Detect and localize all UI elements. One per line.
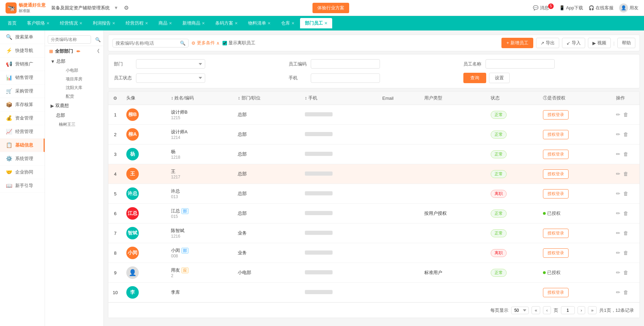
trial-btn[interactable]: 体验行业方案: [312, 3, 349, 13]
settings-icon[interactable]: ⚙: [113, 96, 117, 101]
delete-btn[interactable]: 🗑: [623, 250, 628, 256]
delete-btn[interactable]: 🗑: [623, 151, 628, 157]
tab-goods[interactable]: 商品 ✕: [154, 18, 177, 28]
col-settings[interactable]: ⚙: [108, 91, 122, 105]
tab-add-goods[interactable]: 新增商品 ✕: [178, 18, 210, 28]
last-page-btn[interactable]: »: [588, 306, 597, 314]
nav-item-collab[interactable]: 🤝 企业协同: [0, 166, 45, 179]
more-condition-btn[interactable]: ⚙ 更多条件 ∧: [191, 40, 220, 46]
tab-close-icon[interactable]: ✕: [112, 21, 115, 26]
edit-btn[interactable]: ✏: [616, 112, 620, 118]
view-btn[interactable]: ▶ 视频: [588, 38, 611, 48]
tab-close-icon[interactable]: ✕: [267, 21, 271, 26]
nav-item-system[interactable]: ⚙️ 系统管理: [0, 152, 45, 166]
online-service-btn[interactable]: 🎧 在线客服: [589, 5, 614, 11]
prev-page-btn[interactable]: ‹: [543, 306, 551, 314]
tab-close-icon[interactable]: ✕: [235, 21, 238, 26]
export-btn[interactable]: ↗ 导出: [536, 38, 559, 48]
tab-close-icon[interactable]: ✕: [324, 21, 327, 26]
dept-search-icon[interactable]: 🔍: [95, 37, 101, 42]
auth-btn[interactable]: 授权登录: [543, 288, 569, 297]
delete-btn[interactable]: 🗑: [623, 230, 628, 236]
filter-empcode-input[interactable]: [311, 59, 380, 69]
tab-barcode[interactable]: 条码方案 ✕: [210, 18, 243, 28]
tab-close-icon[interactable]: ✕: [169, 21, 172, 26]
tab-close-icon[interactable]: ✕: [202, 21, 205, 26]
nav-item-finance[interactable]: 💰 资金管理: [0, 112, 45, 125]
nav-item-operation[interactable]: 📈 经营管理: [0, 125, 45, 139]
tab-close-icon[interactable]: ✕: [46, 21, 49, 26]
col-phone[interactable]: ↕ 手机: [301, 91, 378, 105]
edit-btn[interactable]: ✏: [616, 250, 620, 256]
add-employee-btn[interactable]: + 新增员工: [501, 38, 533, 48]
col-dept[interactable]: ↕ 部门/职位: [234, 91, 300, 105]
tab-warehouse[interactable]: 仓库 ✕: [276, 18, 299, 28]
edit-btn[interactable]: ✏: [616, 171, 620, 177]
nav-item-basic[interactable]: 📋 基础信息: [0, 139, 45, 152]
nav-item-inventory[interactable]: 📦 库存核算: [0, 98, 45, 112]
tab-journey[interactable]: 经营历程 ✕: [121, 18, 153, 28]
dept-node-shuangluxiang[interactable]: ▶ 双鹿想: [48, 101, 103, 111]
filter-empname-input[interactable]: [486, 59, 555, 69]
tab-customer[interactable]: 客户联络 ✕: [22, 18, 54, 28]
nav-item-shortcut[interactable]: ⚡ 快捷导航: [0, 44, 45, 58]
tab-operation[interactable]: 经营情况 ✕: [55, 18, 87, 28]
delete-btn[interactable]: 🗑: [623, 210, 628, 217]
nav-item-guide[interactable]: 📖 新手引导: [0, 179, 45, 193]
nav-item-search[interactable]: 🔍 搜索菜单: [0, 30, 45, 44]
tab-close-icon[interactable]: ✕: [79, 21, 82, 26]
reset-btn[interactable]: 设置: [489, 73, 510, 83]
tab-department[interactable]: 部门员工 ✕: [300, 18, 332, 28]
dept-node-nanshu[interactable]: 楠树王三: [48, 120, 103, 129]
edit-btn[interactable]: ✏: [616, 131, 620, 138]
filter-dept-select[interactable]: [136, 59, 205, 69]
edit-btn[interactable]: ✏: [616, 270, 620, 276]
edit-btn[interactable]: ✏: [616, 151, 620, 157]
auth-btn[interactable]: 授权登录: [543, 189, 569, 199]
message-btn[interactable]: 💬 消息 5: [533, 5, 554, 11]
nav-item-sales[interactable]: 📊 销售管理: [0, 71, 45, 85]
dept-node-xiangmu[interactable]: 项目库房: [55, 75, 103, 83]
nav-item-purchase[interactable]: 🛒 采购管理: [0, 85, 45, 98]
auth-btn[interactable]: 授权登录: [543, 169, 569, 179]
delete-btn[interactable]: 🗑: [623, 112, 628, 118]
auth-btn[interactable]: 授权登录: [543, 110, 569, 120]
tab-profit[interactable]: 利润报告 ✕: [88, 18, 120, 28]
edit-btn[interactable]: ✏: [616, 289, 620, 296]
delete-btn[interactable]: 🗑: [623, 171, 628, 177]
auth-btn[interactable]: 授权登录: [543, 229, 569, 238]
edit-btn[interactable]: ✏: [616, 191, 620, 197]
auth-btn[interactable]: 授权登录: [543, 248, 569, 258]
filter-phone-input[interactable]: [311, 73, 380, 83]
tab-bom[interactable]: 物料清单 ✕: [243, 18, 275, 28]
dept-header-label[interactable]: 全部部门: [55, 48, 73, 54]
col-name[interactable]: ↕ 姓名/编码: [167, 91, 234, 105]
delete-btn[interactable]: 🗑: [623, 131, 628, 138]
tab-close-icon[interactable]: ✕: [145, 21, 148, 26]
import-btn[interactable]: ↙ 导入: [562, 38, 585, 48]
tab-home[interactable]: 首页: [3, 18, 21, 28]
search-icon[interactable]: 🔍: [180, 41, 185, 46]
dept-node-zongbu2[interactable]: 总部: [48, 111, 103, 120]
dept-node-shenyang[interactable]: 沈阳大库: [55, 83, 103, 92]
delete-btn[interactable]: 🗑: [623, 289, 628, 296]
edit-btn[interactable]: ✏: [616, 230, 620, 236]
dept-node-xiaodianbu[interactable]: 小电部: [55, 66, 103, 75]
search-input[interactable]: [116, 41, 179, 46]
page-size-select[interactable]: 50 20 100: [511, 307, 529, 314]
delete-btn[interactable]: 🗑: [623, 270, 628, 276]
gear-icon[interactable]: ⚙: [124, 5, 129, 11]
dept-edit-icon[interactable]: ✏: [76, 49, 80, 54]
user-btn[interactable]: 👤 用友: [619, 3, 638, 12]
dept-node-peihuo[interactable]: 配货: [55, 92, 103, 101]
dept-node-zongbu[interactable]: ▼ 总部: [48, 56, 103, 66]
nav-item-marketing[interactable]: 📢 营销推广: [0, 58, 45, 71]
search-btn[interactable]: 查询: [463, 73, 486, 83]
first-page-btn[interactable]: «: [532, 306, 540, 314]
edit-btn[interactable]: ✏: [616, 210, 620, 217]
dropdown-arrow-icon[interactable]: ▼: [114, 5, 118, 10]
filter-status-select[interactable]: [136, 73, 205, 83]
dept-collapse-icon[interactable]: 《: [95, 48, 99, 54]
auth-btn[interactable]: 授权登录: [543, 150, 569, 159]
col-auth[interactable]: ①是否授权: [539, 91, 612, 105]
